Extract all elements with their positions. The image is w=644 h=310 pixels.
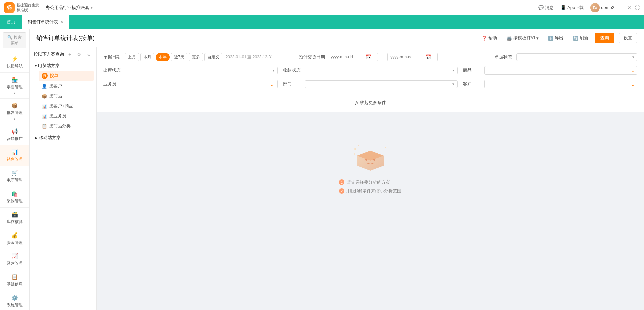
filter-row-1: 单据日期 上月 本月 本年 近7天 更多 自定义 2023-01-01 至 20…: [103, 53, 637, 61]
expected-date-start-input[interactable]: [331, 55, 364, 59]
expected-date-start[interactable]: 📅: [328, 53, 378, 61]
scheme-by-product-category[interactable]: 📋 按商品分类: [39, 121, 94, 131]
tab-active[interactable]: 销售订单统计表 ×: [22, 15, 69, 29]
app-title-arrow-icon[interactable]: ▾: [91, 5, 93, 10]
settings-btn[interactable]: 设置: [619, 33, 637, 43]
salesperson-select[interactable]: ...: [125, 80, 278, 88]
more-btn[interactable]: 更多: [189, 53, 203, 61]
scheme-by-product[interactable]: 📦 按商品: [39, 91, 94, 101]
empty-illustration: [350, 139, 390, 172]
scheme-list: 按 按单 👤 按客户 📦 按商品 📊 按客: [32, 71, 94, 131]
pc-section[interactable]: ▾ 电脑端方案: [32, 61, 94, 71]
scheme-by-customer[interactable]: 👤 按客户: [39, 81, 94, 91]
add-scheme-btn[interactable]: +: [66, 51, 73, 58]
collapse-btn[interactable]: ⋀ 收起更多条件: [352, 97, 389, 108]
custom-btn[interactable]: 自定义: [204, 53, 222, 61]
close-window-btn[interactable]: ✕: [627, 5, 632, 10]
sidebar-item-quick-nav[interactable]: ⚡ 快捷导航: [0, 52, 29, 73]
customer-select[interactable]: ...: [484, 80, 637, 88]
sidebar-item-operations[interactable]: 📈 经营管理: [0, 249, 29, 270]
sidebar-item-finance[interactable]: 💰 资金管理: [0, 228, 29, 249]
payment-arrow-icon: ▾: [452, 68, 454, 73]
empty-state: 1 请先选择要分析的方案 2 用[过滤]条件来缩小分析范围: [97, 112, 644, 221]
user-menu[interactable]: Ea demo2: [590, 3, 614, 12]
top-bar: 畅 畅捷通好生意 标准版 办公用品行业模拟账套 ▾ 💬 消息 📱 App下载 E…: [0, 0, 644, 15]
svg-point-2: [365, 159, 367, 161]
message-btn[interactable]: 💬 消息: [538, 5, 554, 11]
marketing-icon: 📢: [11, 128, 18, 135]
goods-select[interactable]: ...: [484, 66, 637, 75]
query-btn[interactable]: 查询: [595, 33, 614, 43]
status-arrow-icon: ▾: [632, 55, 634, 59]
export-btn[interactable]: ⬇️ 导出: [545, 34, 566, 42]
panel-collapse-btn[interactable]: «: [85, 51, 92, 58]
user-avatar: Ea: [590, 3, 600, 12]
goods-label: 商品: [463, 67, 482, 73]
print-btn[interactable]: 🖨️ 按模板打印 ▾: [504, 34, 541, 42]
this-month-btn[interactable]: 本月: [140, 53, 154, 61]
scheme-by-salesperson[interactable]: 📊 按业务员: [39, 111, 94, 121]
scheme-product-icon: 📦: [42, 93, 47, 99]
refresh-btn[interactable]: 🔄 刷新: [570, 34, 591, 42]
retail-icon: 🏪: [11, 76, 18, 83]
sidebar-item-retail[interactable]: 🏪 零售管理 ▾: [0, 73, 29, 99]
pc-arrow-icon: ▾: [35, 64, 37, 68]
sidebar-item-marketing[interactable]: 📢 营销推广: [0, 124, 29, 145]
customer-dots-icon: ...: [630, 81, 634, 87]
refresh-icon: 🔄: [573, 36, 578, 41]
mobile-section[interactable]: ▶ 移动端方案: [32, 133, 94, 143]
date-button-group: 上月 本月 本年 近7天 更多 自定义 2023-01-01 至 2023-12…: [125, 53, 293, 61]
main-layout: 🔍 搜索菜单 ⚡ 快捷导航 🏪 零售管理 ▾ 📦 批发管理 ▴ 📢 营销推广 📊…: [0, 29, 644, 310]
system-icon: ⚙️: [11, 294, 18, 301]
ecommerce-icon: 🛒: [11, 169, 18, 176]
this-year-btn[interactable]: 本年: [156, 53, 170, 61]
last-7-days-btn[interactable]: 近7天: [171, 53, 187, 61]
scheme-cat-icon: 📋: [42, 123, 47, 129]
expected-date-filter: 预计交货日期 📅 — 📅: [299, 53, 489, 61]
ship-status-select[interactable]: ▾: [125, 67, 278, 74]
sidebar-search-btn[interactable]: 🔍 搜索菜单: [3, 32, 26, 48]
tab-close-btn[interactable]: ×: [60, 19, 64, 25]
expected-date-end-input[interactable]: [390, 55, 424, 59]
sidebar-item-system[interactable]: ⚙️ 系统管理: [0, 291, 29, 310]
page-title: 销售订单统计表(按单): [36, 34, 95, 46]
scheme-by-customer-product[interactable]: 📊 按客户+商品: [39, 101, 94, 111]
status-select[interactable]: ▾: [516, 53, 637, 61]
scheme-settings-btn[interactable]: ⚙: [75, 51, 83, 58]
scheme-by-order[interactable]: 按 按单: [39, 71, 94, 81]
quick-nav-icon: ⚡: [11, 55, 18, 62]
print-icon: 🖨️: [506, 36, 512, 41]
status-label: 单据状态: [495, 54, 514, 60]
expected-date-end[interactable]: 📅: [387, 53, 438, 61]
date-filter: 单据日期 上月 本月 本年 近7天 更多 自定义 2023-01-01 至 20…: [103, 53, 293, 61]
sidebar-item-basic-info[interactable]: 📋 基础信息: [0, 270, 29, 291]
collapse-arrow-icon: ⋀: [355, 100, 359, 105]
sidebar-item-inventory[interactable]: 🗃️ 库存核算: [0, 208, 29, 228]
app-download-btn[interactable]: 📱 App下载: [560, 5, 584, 11]
logo-text: 畅捷通好生意 标准版: [17, 3, 39, 12]
tab-home[interactable]: 首页: [0, 15, 22, 29]
sidebar: 🔍 搜索菜单 ⚡ 快捷导航 🏪 零售管理 ▾ 📦 批发管理 ▴ 📢 营销推广 📊…: [0, 29, 30, 310]
customer-label: 客户: [463, 81, 482, 87]
department-label: 部门: [283, 81, 302, 87]
sidebar-item-sales[interactable]: 📊 销售管理: [0, 145, 29, 166]
payment-status-select[interactable]: ▾: [305, 67, 458, 74]
department-select[interactable]: ▾: [305, 80, 458, 88]
sidebar-item-wholesale[interactable]: 📦 批发管理 ▴: [0, 99, 29, 124]
help-btn[interactable]: ❓ 帮助: [479, 34, 500, 42]
page-actions: ❓ 帮助 🖨️ 按模板打印 ▾ ⬇️ 导出 🔄 刷新 查询: [479, 33, 637, 47]
prev-month-btn[interactable]: 上月: [125, 53, 139, 61]
sidebar-item-ecommerce[interactable]: 🛒 电商管理: [0, 166, 29, 187]
department-filter: 部门 ▾: [283, 80, 458, 88]
scheme-sales-icon: 📊: [42, 113, 47, 119]
svg-point-5: [385, 147, 386, 148]
sidebar-item-purchase[interactable]: 🛍️ 采购管理: [0, 187, 29, 208]
maximize-window-btn[interactable]: ⛶: [635, 5, 640, 10]
status-filter: 单据状态 ▾: [495, 53, 637, 61]
sidebar-search-area: 🔍 搜索菜单: [0, 29, 29, 52]
salesperson-filter: 业务员 ...: [103, 80, 278, 88]
inventory-icon: 🗃️: [11, 211, 18, 218]
body-layout: 按以下方案查询 + ⚙ « ▾ 电脑端方案 按 按单: [30, 47, 644, 310]
salesperson-label: 业务员: [103, 81, 122, 87]
help-icon: ❓: [482, 36, 487, 41]
